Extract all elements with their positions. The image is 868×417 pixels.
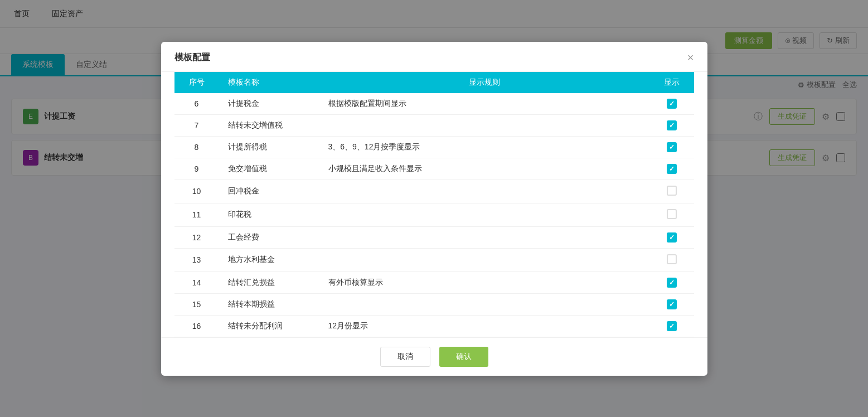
cell-name-6: 工会经费 xyxy=(219,226,319,248)
table-row: 6计提税金根据模版配置期间显示 xyxy=(174,93,694,115)
table-row: 10回冲税金 xyxy=(174,180,694,203)
cell-rule-2: 3、6、9、12月按季度显示 xyxy=(319,136,649,158)
cell-rule-8: 有外币核算显示 xyxy=(319,271,649,293)
cell-check-1 xyxy=(649,114,694,136)
table-row: 11印花税 xyxy=(174,203,694,226)
cell-rule-9 xyxy=(319,293,649,315)
cell-check-10 xyxy=(649,315,694,337)
confirm-button[interactable]: 确认 xyxy=(439,347,488,367)
cell-name-7: 地方水利基金 xyxy=(219,248,319,271)
col-header-rule: 显示规则 xyxy=(319,72,649,93)
col-header-seq: 序号 xyxy=(174,72,219,93)
cell-rule-1 xyxy=(319,114,649,136)
cell-rule-4 xyxy=(319,180,649,203)
config-table: 序号 模板名称 显示规则 显示 6计提税金根据模版配置期间显示7结转未交增值税8… xyxy=(174,72,694,337)
checkbox-4[interactable] xyxy=(667,186,677,196)
cell-rule-0: 根据模版配置期间显示 xyxy=(319,93,649,115)
cell-seq-3: 9 xyxy=(174,158,219,180)
table-row: 14结转汇兑损益有外币核算显示 xyxy=(174,271,694,293)
cell-seq-6: 12 xyxy=(174,226,219,248)
table-wrapper[interactable]: 序号 模板名称 显示规则 显示 6计提税金根据模版配置期间显示7结转未交增值税8… xyxy=(174,72,694,337)
modal-close-button[interactable]: × xyxy=(687,52,694,63)
cell-seq-10: 16 xyxy=(174,315,219,337)
cell-name-9: 结转本期损益 xyxy=(219,293,319,315)
cell-name-8: 结转汇兑损益 xyxy=(219,271,319,293)
table-row: 15结转本期损益 xyxy=(174,293,694,315)
col-header-name: 模板名称 xyxy=(219,72,319,93)
checkbox-8[interactable] xyxy=(667,278,677,288)
cell-name-10: 结转未分配利润 xyxy=(219,315,319,337)
cell-seq-7: 13 xyxy=(174,248,219,271)
cell-rule-10: 12月份显示 xyxy=(319,315,649,337)
table-row: 13地方水利基金 xyxy=(174,248,694,271)
table-body: 6计提税金根据模版配置期间显示7结转未交增值税8计提所得税3、6、9、12月按季… xyxy=(174,93,694,337)
cell-rule-3: 小规模且满足收入条件显示 xyxy=(319,158,649,180)
modal-title: 模板配置 xyxy=(174,52,210,64)
checkbox-9[interactable] xyxy=(667,299,677,309)
modal-header: 模板配置 × xyxy=(161,42,707,72)
cell-name-1: 结转未交增值税 xyxy=(219,114,319,136)
cell-check-3 xyxy=(649,158,694,180)
cell-check-5 xyxy=(649,203,694,226)
checkbox-2[interactable] xyxy=(667,142,677,152)
cell-rule-5 xyxy=(319,203,649,226)
checkbox-3[interactable] xyxy=(667,164,677,174)
cell-seq-0: 6 xyxy=(174,93,219,115)
cell-check-0 xyxy=(649,93,694,115)
checkbox-7[interactable] xyxy=(667,254,677,264)
table-row: 12工会经费 xyxy=(174,226,694,248)
cell-seq-2: 8 xyxy=(174,136,219,158)
table-header-row: 序号 模板名称 显示规则 显示 xyxy=(174,72,694,93)
cell-seq-9: 15 xyxy=(174,293,219,315)
cell-seq-8: 14 xyxy=(174,271,219,293)
table-row: 7结转未交增值税 xyxy=(174,114,694,136)
cell-check-9 xyxy=(649,293,694,315)
table-row: 9免交增值税小规模且满足收入条件显示 xyxy=(174,158,694,180)
checkbox-10[interactable] xyxy=(667,321,677,331)
table-row: 8计提所得税3、6、9、12月按季度显示 xyxy=(174,136,694,158)
table-row: 16结转未分配利润12月份显示 xyxy=(174,315,694,337)
cell-rule-6 xyxy=(319,226,649,248)
cell-check-7 xyxy=(649,248,694,271)
cell-name-2: 计提所得税 xyxy=(219,136,319,158)
cell-seq-1: 7 xyxy=(174,114,219,136)
modal-body: 序号 模板名称 显示规则 显示 6计提税金根据模版配置期间显示7结转未交增值税8… xyxy=(161,72,707,337)
cell-check-4 xyxy=(649,180,694,203)
cell-check-8 xyxy=(649,271,694,293)
cancel-button[interactable]: 取消 xyxy=(380,347,430,367)
modal-template-config: 模板配置 × 序号 模板名称 显示规则 显示 6计提税金根据模版配置期间显示7结… xyxy=(161,42,707,376)
cell-seq-4: 10 xyxy=(174,180,219,203)
cell-check-6 xyxy=(649,226,694,248)
cell-name-4: 回冲税金 xyxy=(219,180,319,203)
cell-name-0: 计提税金 xyxy=(219,93,319,115)
cell-name-3: 免交增值税 xyxy=(219,158,319,180)
checkbox-0[interactable] xyxy=(667,99,677,109)
modal-overlay: 模板配置 × 序号 模板名称 显示规则 显示 6计提税金根据模版配置期间显示7结… xyxy=(0,0,868,417)
cell-rule-7 xyxy=(319,248,649,271)
col-header-show: 显示 xyxy=(649,72,694,93)
checkbox-6[interactable] xyxy=(667,232,677,243)
cell-check-2 xyxy=(649,136,694,158)
cell-name-5: 印花税 xyxy=(219,203,319,226)
cell-seq-5: 11 xyxy=(174,203,219,226)
checkbox-1[interactable] xyxy=(667,120,677,130)
checkbox-5[interactable] xyxy=(667,209,677,219)
modal-footer: 取消 确认 xyxy=(161,337,707,376)
